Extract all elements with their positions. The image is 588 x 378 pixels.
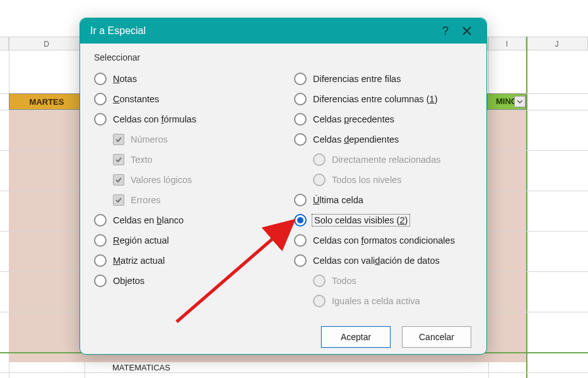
- radio-sub-todos: Todos: [294, 271, 473, 291]
- help-button[interactable]: ?: [435, 20, 456, 42]
- radio-blanco[interactable]: Celdas en blanco: [94, 210, 273, 230]
- cancel-button[interactable]: Cancelar: [402, 326, 471, 348]
- radio-sub-iguales: Iguales a celda activa: [294, 291, 473, 311]
- close-button[interactable]: [456, 20, 478, 42]
- radio-constantes[interactable]: Constantes: [94, 89, 273, 109]
- dialog-buttons: Aceptar Cancelar: [80, 317, 486, 355]
- accept-button[interactable]: Aceptar: [321, 326, 391, 348]
- dialog-titlebar: Ir a Especial ?: [80, 18, 486, 44]
- go-to-special-dialog: Ir a Especial ? Seleccionar Notas Consta…: [79, 18, 487, 355]
- radio-icon: [294, 214, 307, 227]
- radio-icon: [313, 153, 326, 166]
- radio-icon: [94, 93, 107, 105]
- radio-icon: [294, 254, 307, 267]
- checkbox-errores: Errores: [94, 190, 273, 210]
- radio-icon: [313, 275, 326, 287]
- radio-icon: [294, 194, 307, 206]
- options-right-column: Diferencias entre filas Diferencias entr…: [294, 69, 473, 311]
- col-header-i[interactable]: I: [488, 37, 526, 50]
- col-header-j[interactable]: J: [526, 37, 588, 50]
- filter-dropdown-button[interactable]: [514, 96, 526, 107]
- radio-icon: [294, 73, 307, 85]
- radio-precedentes[interactable]: Celdas precedentes: [294, 109, 473, 129]
- radio-icon: [94, 214, 107, 227]
- checkbox-icon: [113, 174, 124, 186]
- radio-directas: Directamente relacionadas: [294, 150, 473, 170]
- radio-ultima[interactable]: Última celda: [294, 190, 473, 210]
- radio-matriz[interactable]: Matriz actual: [94, 251, 273, 271]
- options-left-column: Notas Constantes Celdas con fórmulas Núm…: [94, 69, 273, 311]
- checkbox-texto: Texto: [94, 150, 273, 170]
- radio-icon: [294, 133, 307, 146]
- radio-icon: [94, 234, 107, 247]
- radio-icon: [94, 275, 107, 287]
- checkbox-icon: [113, 194, 124, 206]
- close-icon: [461, 25, 473, 37]
- header-cell-martes[interactable]: MARTES: [9, 93, 85, 110]
- radio-icon: [294, 234, 307, 247]
- radio-region[interactable]: Región actual: [94, 230, 273, 251]
- col-header-d[interactable]: D: [9, 37, 85, 50]
- radio-icon: [313, 295, 326, 307]
- checkbox-icon: [113, 134, 124, 145]
- radio-cond[interactable]: Celdas con formatos condicionales: [294, 230, 473, 251]
- radio-icon: [94, 73, 107, 85]
- checkbox-numeros: Números: [94, 129, 273, 150]
- radio-formulas[interactable]: Celdas con fórmulas: [94, 109, 273, 129]
- radio-icon: [294, 93, 307, 105]
- radio-dif-filas[interactable]: Diferencias entre filas: [294, 69, 473, 89]
- radio-visibles[interactable]: Solo celdas visibles (2): [294, 210, 473, 230]
- radio-icon: [94, 254, 107, 267]
- checkbox-logicos: Valores lógicos: [94, 170, 273, 190]
- radio-icon: [294, 113, 307, 126]
- radio-todos-niveles: Todos los niveles: [294, 170, 473, 190]
- checkbox-icon: [113, 154, 124, 165]
- radio-objetos[interactable]: Objetos: [94, 271, 273, 291]
- radio-dif-cols[interactable]: Diferencias entre columnas (1): [294, 89, 473, 109]
- group-label: Seleccionar: [94, 52, 473, 62]
- radio-valid[interactable]: Celdas con validación de datos: [294, 251, 473, 271]
- dialog-title: Ir a Especial: [90, 25, 435, 37]
- radio-dependientes[interactable]: Celdas dependientes: [294, 129, 473, 150]
- radio-icon: [94, 113, 107, 126]
- radio-notas[interactable]: Notas: [94, 69, 273, 89]
- cell-matematicas[interactable]: MATEMATICAS: [112, 363, 170, 372]
- radio-icon: [313, 174, 326, 186]
